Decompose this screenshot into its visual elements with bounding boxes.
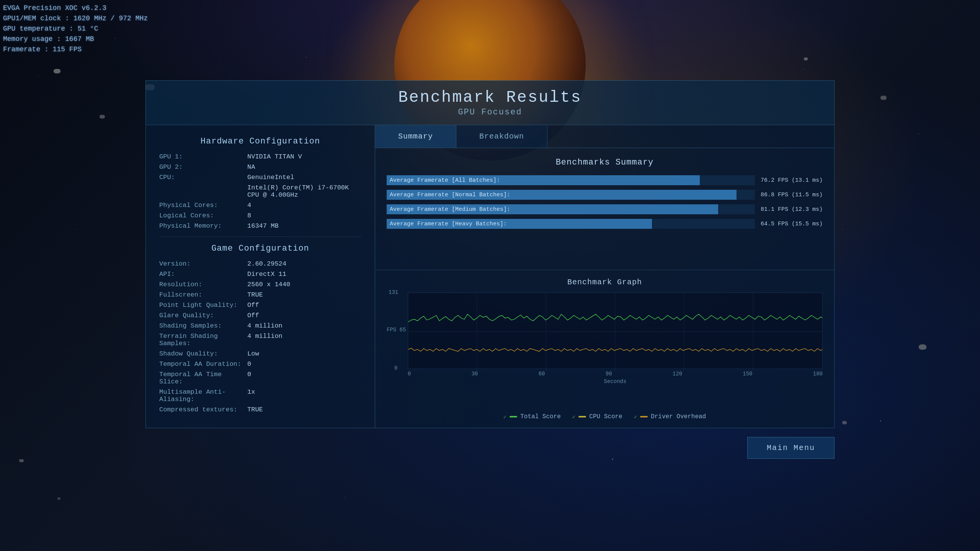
physical-memory-value: 16347 MB bbox=[247, 222, 279, 230]
shadow-label: Shadow Quality: bbox=[159, 350, 247, 357]
msaa-label: Multisample Anti-Aliasing: bbox=[159, 388, 247, 403]
cpu-model-value: Intel(R) Core(TM) i7-6700K CPU @ 4.00GHz bbox=[247, 184, 361, 199]
point-light-value: Off bbox=[247, 302, 259, 309]
api-label: API: bbox=[159, 271, 247, 278]
content-row: Hardware Configuration GPU 1: NVIDIA TIT… bbox=[145, 125, 835, 428]
game-config-section-title: Game Configuration bbox=[159, 244, 361, 253]
fullscreen-value: TRUE bbox=[247, 291, 263, 298]
legend-cpu-label: CPU Score bbox=[589, 413, 622, 420]
temporal-aa-ts-row: Temporal AA Time Slice: 0 bbox=[159, 371, 361, 385]
page-subtitle: GPU Focused bbox=[161, 108, 819, 117]
physical-memory-row: Physical Memory: 16347 MB bbox=[159, 222, 361, 230]
benchmark-summary-title: Benchmarks Summary bbox=[387, 158, 823, 167]
point-light-label: Point Light Quality: bbox=[159, 302, 247, 309]
legend-total-label: Total Score bbox=[520, 413, 561, 420]
logical-cores-row: Logical Cores: 8 bbox=[159, 212, 361, 219]
gpu1-value: NVIDIA TITAN V bbox=[247, 153, 302, 160]
bench-bar-container-0: Average Framerate [All Batches]: bbox=[387, 175, 755, 185]
physical-cores-row: Physical Cores: 4 bbox=[159, 202, 361, 209]
hud-overlay: EVGA Precision XOC v6.2.3 GPU1/MEM clock… bbox=[3, 3, 148, 55]
glare-row: Glare Quality: Off bbox=[159, 312, 361, 319]
x-label-0: 0 bbox=[408, 371, 411, 377]
legend-cpu-score: ✓ CPU Score bbox=[572, 413, 622, 420]
graph-section: Benchmark Graph bbox=[375, 270, 834, 428]
left-panel: Hardware Configuration GPU 1: NVIDIA TIT… bbox=[145, 125, 375, 428]
graph-y-min: 0 bbox=[394, 365, 397, 371]
cpu-row: CPU: GenuineIntel bbox=[159, 174, 361, 181]
x-label-30: 30 bbox=[472, 371, 478, 377]
asteroid bbox=[54, 69, 60, 73]
resolution-label: Resolution: bbox=[159, 281, 247, 288]
tab-breakdown[interactable]: Breakdown bbox=[456, 125, 547, 148]
version-value: 2.60.29524 bbox=[247, 260, 286, 267]
graph-x-axis-label: Seconds bbox=[408, 378, 823, 385]
asteroid bbox=[804, 57, 808, 60]
compressed-value: TRUE bbox=[247, 406, 263, 413]
temporal-aa-dur-value: 0 bbox=[247, 360, 251, 368]
asteroid bbox=[919, 344, 926, 350]
tab-summary[interactable]: Summary bbox=[375, 125, 456, 148]
terrain-row: Terrain Shading Samples: 4 million bbox=[159, 333, 361, 347]
compressed-label: Compressed textures: bbox=[159, 406, 247, 413]
asteroid bbox=[19, 459, 24, 462]
asteroid bbox=[57, 497, 60, 500]
x-label-120: 120 bbox=[673, 371, 682, 377]
point-light-row: Point Light Quality: Off bbox=[159, 302, 361, 309]
temporal-aa-ts-value: 0 bbox=[247, 371, 251, 385]
physical-cores-label: Physical Cores: bbox=[159, 202, 247, 209]
graph-svg bbox=[408, 293, 822, 371]
shading-row: Shading Samples: 4 million bbox=[159, 322, 361, 329]
graph-x-labels: 0 30 60 90 120 150 180 bbox=[408, 371, 823, 377]
legend-total-dot bbox=[510, 416, 517, 417]
glare-value: Off bbox=[247, 312, 259, 319]
gpu2-label: GPU 2: bbox=[159, 163, 247, 171]
fullscreen-row: Fullscreen: TRUE bbox=[159, 291, 361, 298]
main-menu-button[interactable]: Main Menu bbox=[747, 437, 835, 459]
legend-driver-label: Driver Overhead bbox=[651, 413, 706, 420]
legend-driver-check: ✓ bbox=[634, 414, 637, 420]
legend-total-check: ✓ bbox=[503, 414, 506, 420]
terrain-label: Terrain Shading Samples: bbox=[159, 333, 247, 347]
bench-bar-row-1: Average Framerate [Normal Batches]: 86.8… bbox=[387, 189, 823, 200]
cpu-model-row: Intel(R) Core(TM) i7-6700K CPU @ 4.00GHz bbox=[159, 184, 361, 199]
version-row: Version: 2.60.29524 bbox=[159, 260, 361, 267]
legend-driver-overhead: ✓ Driver Overhead bbox=[634, 413, 706, 420]
x-label-150: 150 bbox=[743, 371, 752, 377]
msaa-row: Multisample Anti-Aliasing: 1x bbox=[159, 388, 361, 403]
temporal-aa-ts-label: Temporal AA Time Slice: bbox=[159, 371, 247, 385]
cpu-model-spacer bbox=[159, 184, 247, 199]
asteroid bbox=[100, 115, 105, 119]
tabs: Summary Breakdown bbox=[375, 125, 834, 148]
legend-cpu-check: ✓ bbox=[572, 414, 575, 420]
main-container: Benchmark Results GPU Focused Hardware C… bbox=[145, 80, 835, 428]
gpu1-label: GPU 1: bbox=[159, 153, 247, 160]
hud-gpu-temp: GPU temperature : 51 °C bbox=[3, 24, 148, 34]
cpu-value: GenuineIntel bbox=[247, 174, 294, 181]
physical-memory-label: Physical Memory: bbox=[159, 222, 247, 230]
gpu2-value: NA bbox=[247, 163, 255, 171]
graph-legend: ✓ Total Score ✓ CPU Score ✓ Driver Overh… bbox=[387, 413, 823, 420]
api-value: DirectX 11 bbox=[247, 271, 286, 278]
hardware-section-title: Hardware Configuration bbox=[159, 137, 361, 146]
api-row: API: DirectX 11 bbox=[159, 271, 361, 278]
legend-driver-dot bbox=[640, 416, 648, 417]
bench-bar-container-2: Average Framerate [Medium Batches]: bbox=[387, 204, 755, 214]
bench-bar-label-1: Average Framerate [Normal Batches]: bbox=[390, 192, 510, 198]
bench-bar-value-1: 86.8 FPS (11.5 ms) bbox=[761, 192, 823, 198]
bench-bar-label-0: Average Framerate [All Batches]: bbox=[390, 177, 500, 184]
bench-bar-label-3: Average Framerate [Heavy Batches]: bbox=[390, 221, 507, 227]
asteroid bbox=[842, 421, 847, 424]
shading-value: 4 million bbox=[247, 322, 283, 329]
hud-app-name: EVGA Precision XOC v6.2.3 bbox=[3, 3, 148, 13]
logical-cores-value: 8 bbox=[247, 212, 251, 219]
version-label: Version: bbox=[159, 260, 247, 267]
bench-bar-container-1: Average Framerate [Normal Batches]: bbox=[387, 190, 755, 200]
bench-bar-value-3: 64.5 FPS (15.5 ms) bbox=[761, 221, 823, 227]
section-divider bbox=[159, 236, 361, 237]
x-label-60: 60 bbox=[539, 371, 545, 377]
bench-bar-row-2: Average Framerate [Medium Batches]: 81.1… bbox=[387, 204, 823, 215]
page-title: Benchmark Results bbox=[161, 88, 819, 107]
bench-bar-value-2: 81.1 FPS (12.3 ms) bbox=[761, 206, 823, 213]
asteroid bbox=[880, 96, 887, 100]
bench-bar-label-2: Average Framerate [Medium Batches]: bbox=[390, 206, 510, 213]
